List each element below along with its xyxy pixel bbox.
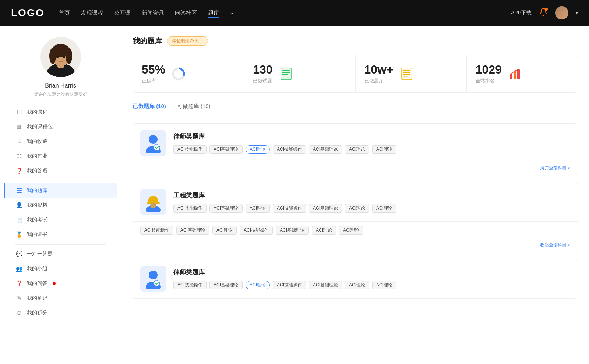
tag[interactable]: ACI理论 xyxy=(372,145,396,154)
main-content: 我的题库 体验剩余23天！ 55% 正确率 xyxy=(121,26,589,364)
sidebar-item-one-on-one[interactable]: 💬 一对一答疑 xyxy=(4,247,117,261)
qbank-icon-lawyer-2 xyxy=(140,266,166,292)
tab-available-banks[interactable]: 可做题库 (10) xyxy=(177,103,211,114)
nav-menu: 首页 发现课程 公开课 新闻资讯 问答社区 题库 ··· xyxy=(59,8,496,18)
sidebar-item-my-qa[interactable]: ❓ 我的答疑 xyxy=(4,164,117,178)
svg-rect-10 xyxy=(17,188,22,189)
sidebar-item-course-package[interactable]: ▦ 我的课程包... xyxy=(4,119,117,134)
tag[interactable]: ACI基础理论 xyxy=(209,281,243,289)
tag[interactable]: ACI基础理论 xyxy=(309,204,342,213)
nav-discover[interactable]: 发现课程 xyxy=(81,8,103,18)
sidebar-item-label: 我的资料 xyxy=(27,202,47,208)
sidebar-item-my-course[interactable]: ☐ 我的课程 xyxy=(4,105,117,119)
stat-questions-done: 130 已做试题 xyxy=(244,55,355,92)
svg-point-8 xyxy=(56,56,59,58)
avatar[interactable] xyxy=(555,6,568,19)
avatar-chevron-icon[interactable]: ▾ xyxy=(576,10,578,15)
engineer-svg-icon xyxy=(143,192,163,212)
profile-name: Brian Harris xyxy=(45,82,76,89)
homework-icon: ☷ xyxy=(16,153,22,160)
tags-row-3: ACI技能操作 ACI基础理论 ACI理论 ACI技能操作 ACI基础理论 AC… xyxy=(173,281,570,289)
stat-rank-text: 1029 全站排名 xyxy=(476,63,502,84)
expand-link-1[interactable]: 展开全部科目 > xyxy=(133,163,578,175)
tag-active[interactable]: ACI理论 xyxy=(246,281,270,289)
group-icon: 👥 xyxy=(16,265,22,272)
nav-qa[interactable]: 问答社区 xyxy=(175,8,197,18)
sidebar-item-profile[interactable]: 👤 我的资料 xyxy=(4,198,117,213)
notification-bell[interactable] xyxy=(539,8,548,18)
sidebar-item-exam[interactable]: 📄 我的考试 xyxy=(4,213,117,227)
tag[interactable]: ACI技能操作 xyxy=(273,204,306,213)
tag[interactable]: ACI理论 xyxy=(345,204,369,213)
sidebar: Brian Harris 错误的决定比没有决定要好 ☐ 我的课程 ▦ 我的课程包… xyxy=(0,26,121,364)
svg-rect-21 xyxy=(403,72,410,73)
tag[interactable]: ACI理论 xyxy=(345,281,369,289)
question-badge xyxy=(53,282,56,285)
tag-active[interactable]: ACI理论 xyxy=(246,145,270,154)
tag[interactable]: ACI技能操作 xyxy=(173,145,207,154)
main-layout: Brian Harris 错误的决定比没有决定要好 ☐ 我的课程 ▦ 我的课程包… xyxy=(0,26,589,364)
questions-icon: ❓ xyxy=(16,280,22,287)
nav-qbank[interactable]: 题库 xyxy=(208,8,219,18)
app-download-button[interactable]: APP下载 xyxy=(511,10,532,16)
page-header: 我的题库 体验剩余23天！ xyxy=(133,36,578,46)
tag[interactable]: ACI技能操作 xyxy=(273,281,306,289)
tag[interactable]: ACI基础理论 xyxy=(309,281,342,289)
sidebar-divider xyxy=(15,181,106,181)
sidebar-item-certificate[interactable]: 🏅 我的证书 xyxy=(4,227,117,242)
tag[interactable]: ACI基础理论 xyxy=(209,145,243,154)
stat-rank-label: 全站排名 xyxy=(476,78,502,84)
nav-news[interactable]: 新闻资讯 xyxy=(142,8,164,18)
qbank-header-engineer: 工程类题库 ACI技能操作 ACI基础理论 ACI理论 ACI技能操作 ACI基… xyxy=(133,182,578,222)
svg-rect-22 xyxy=(403,74,410,75)
sidebar-item-favorites[interactable]: ☆ 我的收藏 xyxy=(4,134,117,149)
qbank-card-lawyer-1: 律师类题库 ACI技能操作 ACI基础理论 ACI理论 ACI技能操作 ACI基… xyxy=(133,123,578,175)
qbank-info-engineer: 工程类题库 ACI技能操作 ACI基础理论 ACI理论 ACI技能操作 ACI基… xyxy=(173,191,570,213)
stat-rank-value: 1029 xyxy=(476,63,502,76)
tag[interactable]: ACI基础理论 xyxy=(209,204,243,213)
tag[interactable]: ACI技能操作 xyxy=(173,281,207,289)
profile-avatar-image xyxy=(40,37,81,77)
tag[interactable]: ACI基础理论 xyxy=(276,226,309,235)
tag[interactable]: ACI技能操作 xyxy=(173,204,207,213)
svg-rect-23 xyxy=(403,76,408,77)
nav-home[interactable]: 首页 xyxy=(59,8,70,18)
stat-questions-text: 130 已做试题 xyxy=(253,63,272,84)
svg-point-7 xyxy=(53,44,69,53)
tab-done-banks[interactable]: 已做题库 (10) xyxy=(133,103,166,114)
sidebar-item-homework[interactable]: ☷ 我的作业 xyxy=(4,149,117,164)
tag[interactable]: ACI理论 xyxy=(345,145,369,154)
tag[interactable]: ACI理论 xyxy=(212,226,237,235)
tag[interactable]: ACI技能操作 xyxy=(140,226,173,235)
profile-avatar-wrap xyxy=(40,37,81,77)
tag[interactable]: ACI技能操作 xyxy=(273,145,306,154)
tag[interactable]: ACI理论 xyxy=(372,281,396,289)
tag[interactable]: ACI基础理论 xyxy=(176,226,209,235)
tag[interactable]: ACI理论 xyxy=(312,226,336,235)
donut-svg xyxy=(171,67,186,81)
sidebar-item-group[interactable]: 👥 我的小组 xyxy=(4,261,117,276)
collapse-link[interactable]: 收起全部科目 > xyxy=(133,240,578,252)
tag[interactable]: ACI技能操作 xyxy=(240,226,273,235)
tag[interactable]: ACI理论 xyxy=(246,204,270,213)
tag[interactable]: ACI基础理论 xyxy=(309,145,342,154)
my-course-icon: ☐ xyxy=(16,109,22,115)
svg-rect-17 xyxy=(282,72,290,73)
accuracy-donut-chart xyxy=(171,67,186,81)
sidebar-item-label: 我的答疑 xyxy=(27,168,47,174)
tag[interactable]: ACI理论 xyxy=(372,204,396,213)
sidebar-item-label: 我的课程 xyxy=(27,109,47,115)
sidebar-item-points[interactable]: ⊙ 我的积分 xyxy=(4,306,117,320)
svg-rect-11 xyxy=(17,190,22,191)
nav-opencourse[interactable]: 公开课 xyxy=(114,8,131,18)
nav-more[interactable]: ··· xyxy=(230,8,235,18)
sidebar-item-questions[interactable]: ❓ 我的问答 xyxy=(4,276,117,291)
tag[interactable]: ACI理论 xyxy=(339,226,363,235)
certificate-icon: 🏅 xyxy=(16,231,22,238)
sidebar-item-notes[interactable]: ✎ 我的笔记 xyxy=(4,291,117,306)
stat-banks-label: 已做题库 xyxy=(364,78,394,84)
one-on-one-icon: 💬 xyxy=(16,251,22,257)
sidebar-item-label: 我的笔记 xyxy=(27,295,47,301)
sidebar-item-qbank[interactable]: 我的题库 xyxy=(4,183,117,198)
notification-dot xyxy=(545,8,548,11)
